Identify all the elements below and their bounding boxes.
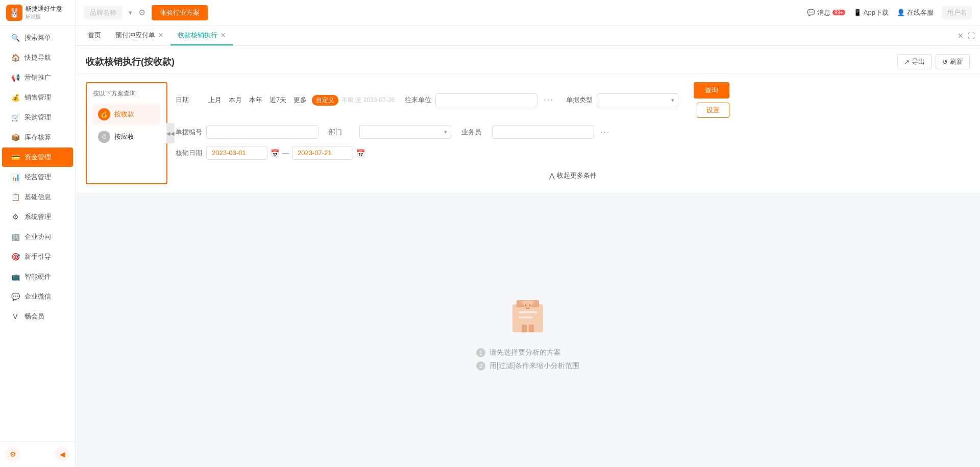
staff-more-icon[interactable]: ··· [598, 126, 612, 139]
settings-button[interactable]: 设置 [697, 103, 729, 118]
filter-panel-title: 按以下方案查询 [93, 89, 160, 98]
sidebar-item-搜索菜单[interactable]: 🔍搜索菜单 [2, 28, 73, 47]
verify-date-end-input[interactable] [292, 146, 353, 160]
staff-label: 业务员 [461, 128, 488, 137]
counterpart-field: 往来单位 ··· [405, 93, 555, 107]
date-btn-this-month[interactable]: 本月 [227, 94, 244, 106]
form-row-3: 核销日期 📅 — 📅 [176, 146, 970, 160]
empty-tip-2: 2 用[过滤]条件来缩小分析范围 [476, 361, 579, 371]
filter-collapse-btn[interactable]: ◀◀ [166, 123, 175, 143]
doctype-field: 单据类型 [566, 93, 678, 107]
sidebar-item-销售管理[interactable]: 💰销售管理 [2, 88, 73, 107]
verify-date-start-input[interactable] [206, 146, 267, 160]
sidebar-item-企业协同[interactable]: 🏢企业协同 [2, 227, 73, 247]
tab-prepay[interactable]: 预付冲应付单 ✕ [108, 26, 170, 45]
topbar-chevron-icon[interactable]: ▾ [129, 9, 132, 16]
content-area: 收款核销执行(按收款) ↗ 导出 ↺ 刷新 按以下方案查询 💰 按收款 [76, 46, 980, 467]
query-button[interactable]: 查询 [694, 82, 729, 99]
verify-date-field: 核销日期 📅 — 📅 [176, 146, 365, 160]
topbar-gear-icon[interactable]: ⚙ [138, 8, 145, 17]
sidebar-item-系统管理[interactable]: ⚙系统管理 [2, 207, 73, 227]
export-button[interactable]: ↗ 导出 [897, 54, 932, 69]
counterpart-more-icon[interactable]: ··· [542, 93, 555, 107]
service-icon: 👤 [897, 9, 905, 16]
docno-field: 单据编号 [176, 125, 318, 139]
online-service-button[interactable]: 👤 在线客服 [897, 8, 934, 17]
sidebar-item-采购管理[interactable]: 🛒采购管理 [2, 108, 73, 127]
sidebar: 🐰 畅捷通好生意 标准版 🔍搜索菜单🏠快捷导航📢营销推广💰销售管理🛒采购管理📦库… [0, 0, 76, 467]
sidebar-item-库存核算[interactable]: 📦库存核算 [2, 128, 73, 147]
staff-field: 业务员 ··· [461, 125, 612, 139]
sidebar-item-企业微信[interactable]: 💬企业微信 [2, 287, 73, 306]
date-btn-this-year[interactable]: 本年 [247, 94, 264, 106]
message-button[interactable]: 💬 消息 99+ [807, 8, 845, 17]
refresh-button[interactable]: ↺ 刷新 [936, 54, 970, 69]
doctype-label: 单据类型 [566, 95, 593, 105]
sidebar-item-资金管理[interactable]: 💳资金管理 [2, 148, 73, 167]
sidebar-item-基础信息[interactable]: 📋基础信息 [2, 187, 73, 207]
topbar-left: 品牌名称 ▾ ⚙ 体验行业方案 [84, 5, 208, 20]
empty-image [502, 289, 553, 340]
app-icon: 📱 [853, 9, 862, 16]
logo-icon: 🐰 [6, 5, 22, 21]
topbar: 品牌名称 ▾ ⚙ 体验行业方案 💬 消息 99+ 📱 App下载 👤 在线客服 … [76, 0, 980, 26]
tab-verify[interactable]: 收款核销执行 ✕ [170, 26, 233, 45]
svg-point-5 [522, 301, 525, 305]
date-btn-last-month[interactable]: 上月 [206, 94, 224, 106]
collapse-more-btn[interactable]: ⋀ 收起更多条件 [176, 167, 970, 184]
verify-date-label: 核销日期 [176, 149, 202, 158]
collapse-icon: ⋀ [549, 172, 555, 180]
verify-date-start-cal-icon[interactable]: 📅 [271, 149, 279, 157]
tabbar-expand-btn[interactable]: ⛶ [968, 32, 975, 40]
tabbar-close-all-btn[interactable]: ✕ [958, 32, 964, 40]
filter-option-by-receipt[interactable]: 💰 按收款 [93, 104, 160, 125]
logo-text: 畅捷通好生意 标准版 [26, 5, 62, 20]
main-area: 品牌名称 ▾ ⚙ 体验行业方案 💬 消息 99+ 📱 App下载 👤 在线客服 … [76, 0, 980, 467]
receipt-icon: 💰 [98, 108, 110, 120]
tab-verify-close[interactable]: ✕ [220, 32, 226, 39]
filter-option-by-receivable[interactable]: ⏱ 按应收 [93, 127, 160, 147]
settings-bottom-btn[interactable]: ⚙ [5, 447, 20, 462]
solution-button[interactable]: 体验行业方案 [152, 5, 208, 20]
counterpart-input[interactable] [435, 93, 537, 107]
page-title: 收款核销执行(按收款) [86, 56, 175, 68]
dept-select-wrapper [359, 125, 451, 139]
receivable-icon: ⏱ [98, 131, 110, 143]
date-range-separator: — [282, 149, 289, 157]
query-form: 日期 上月 本月 本年 近7天 更多 自定义 不限 至 2023-07-26 往… [176, 82, 970, 184]
counterpart-label: 往来单位 [405, 95, 431, 105]
date-btn-7days[interactable]: 近7天 [267, 94, 288, 106]
date-btn-more[interactable]: 更多 [291, 94, 309, 106]
sidebar-item-经营管理[interactable]: 📊经营管理 [2, 167, 73, 187]
svg-point-7 [525, 305, 527, 306]
doctype-select[interactable] [597, 93, 678, 107]
svg-point-8 [529, 305, 531, 306]
sidebar-item-畅会员[interactable]: V畅会员 [2, 307, 73, 326]
docno-label: 单据编号 [176, 128, 202, 137]
message-label: 消息 [817, 8, 830, 17]
staff-input[interactable] [492, 125, 594, 139]
verify-date-end-cal-icon[interactable]: 📅 [356, 149, 365, 157]
svg-point-6 [530, 301, 533, 305]
sidebar-item-新手引导[interactable]: 🎯新手引导 [2, 247, 73, 266]
date-custom-tag[interactable]: 自定义 [312, 95, 338, 106]
date-shortcuts: 上月 本月 本年 近7天 更多 自定义 不限 至 2023-07-26 [206, 94, 395, 106]
sidebar-item-快捷导航[interactable]: 🏠快捷导航 [2, 48, 73, 67]
tip-num-1: 1 [476, 348, 485, 357]
topbar-brand: 品牌名称 [84, 6, 122, 19]
dept-label: 部门 [329, 128, 355, 137]
dept-select[interactable] [359, 125, 451, 139]
svg-rect-3 [519, 316, 533, 318]
form-row-2: 单据编号 部门 业务员 ··· [176, 125, 970, 139]
sidebar-item-营销推广[interactable]: 📢营销推广 [2, 68, 73, 87]
collapse-sidebar-btn[interactable]: ◀ [55, 447, 70, 462]
app-download-button[interactable]: 📱 App下载 [853, 8, 889, 17]
topbar-right: 💬 消息 99+ 📱 App下载 👤 在线客服 用户名 [807, 6, 972, 19]
tab-prepay-close[interactable]: ✕ [158, 32, 163, 39]
tab-home[interactable]: 首页 [81, 26, 108, 45]
sidebar-bottom: ⚙ ◀ [0, 441, 75, 467]
sidebar-item-智能硬件[interactable]: 📺智能硬件 [2, 267, 73, 286]
docno-input[interactable] [206, 125, 318, 139]
date-unlimit: 不限 至 2023-07-26 [341, 96, 395, 105]
message-icon: 💬 [807, 9, 815, 16]
